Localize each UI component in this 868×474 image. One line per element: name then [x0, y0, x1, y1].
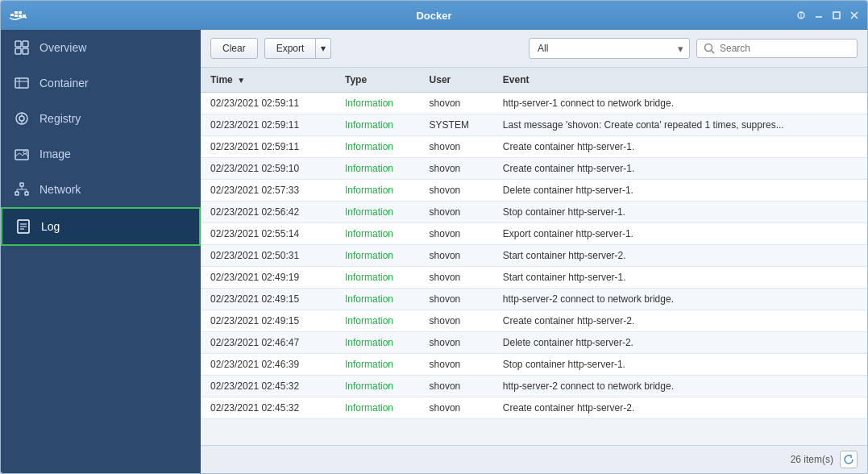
close-button[interactable] [848, 9, 861, 22]
registry-icon [14, 110, 30, 127]
table-row[interactable]: 02/23/2021 02:59:11InformationshovonCrea… [201, 136, 867, 158]
cell-type: Information [335, 289, 420, 310]
table-row[interactable]: 02/23/2021 02:55:14InformationshovonExpo… [201, 223, 867, 245]
svg-rect-26 [15, 192, 19, 195]
table-row[interactable]: 02/23/2021 02:59:11InformationSYSTEMLast… [201, 114, 867, 136]
svg-rect-14 [15, 48, 21, 54]
export-button[interactable]: Export [264, 38, 317, 59]
table-row[interactable]: 02/23/2021 02:46:47InformationshovonDele… [201, 332, 867, 354]
log-table-container[interactable]: Time ▼ Type User Event 02/23/2021 02:59:… [201, 68, 867, 445]
cell-user: shovon [420, 93, 493, 114]
cell-time: 02/23/2021 02:59:11 [201, 136, 335, 158]
sidebar-item-container[interactable]: Container [1, 65, 201, 101]
cell-user: shovon [420, 354, 493, 376]
table-row[interactable]: 02/23/2021 02:59:11Informationshovonhttp… [201, 93, 867, 114]
cell-type: Information [335, 158, 420, 180]
sidebar-item-network[interactable]: Network [1, 172, 201, 207]
cell-type: Information [335, 202, 420, 223]
right-panel: Clear Export ▾ All Information Warning E… [201, 30, 867, 473]
cell-user: shovon [420, 267, 493, 289]
search-wrapper [696, 39, 858, 58]
cell-user: shovon [420, 223, 493, 245]
cell-type: Information [335, 354, 420, 376]
cell-event: Delete container http-server-2. [493, 332, 867, 354]
docker-window: Docker [0, 0, 868, 474]
sidebar-item-overview[interactable]: Overview [1, 30, 201, 65]
window-title: Docker [416, 10, 451, 22]
table-row[interactable]: 02/23/2021 02:45:32Informationshovonhttp… [201, 376, 867, 397]
table-row[interactable]: 02/23/2021 02:49:19InformationshovonStar… [201, 267, 867, 289]
refresh-button[interactable] [840, 451, 858, 468]
cell-type: Information [335, 376, 420, 397]
cell-time: 02/23/2021 02:59:11 [201, 93, 335, 114]
table-row[interactable]: 02/23/2021 02:50:31InformationshovonStar… [201, 245, 867, 267]
cell-time: 02/23/2021 02:49:19 [201, 267, 335, 289]
table-row[interactable]: 02/23/2021 02:59:10InformationshovonCrea… [201, 158, 867, 180]
search-input[interactable] [720, 43, 850, 54]
export-group: Export ▾ [264, 38, 332, 59]
cell-type: Information [335, 136, 420, 158]
table-row[interactable]: 02/23/2021 02:49:15Informationshovonhttp… [201, 289, 867, 310]
main-content: Overview Container Registry [1, 30, 867, 473]
cell-time: 02/23/2021 02:56:42 [201, 202, 335, 223]
cell-event: Last message 'shovon: Create conta' repe… [493, 114, 867, 136]
overview-icon [14, 40, 30, 56]
cell-type: Information [335, 223, 420, 245]
cell-time: 02/23/2021 02:50:31 [201, 245, 335, 267]
svg-point-37 [705, 44, 712, 52]
cell-type: Information [335, 332, 420, 354]
col-time[interactable]: Time ▼ [201, 68, 335, 93]
cell-type: Information [335, 310, 420, 332]
cell-time: 02/23/2021 02:46:39 [201, 354, 335, 376]
col-user: User [420, 68, 493, 93]
cell-type: Information [335, 397, 420, 419]
sort-arrow-icon: ▼ [237, 76, 245, 85]
pin-button[interactable] [795, 9, 808, 22]
sidebar-item-registry[interactable]: Registry [1, 101, 201, 136]
maximize-button[interactable] [830, 9, 843, 22]
svg-rect-3 [19, 11, 22, 14]
cell-time: 02/23/2021 02:49:15 [201, 310, 335, 332]
table-row[interactable]: 02/23/2021 02:49:15InformationshovonCrea… [201, 310, 867, 332]
svg-rect-0 [10, 14, 14, 16]
sidebar-item-image[interactable]: Image [1, 136, 201, 172]
svg-rect-13 [23, 41, 28, 47]
sidebar-item-log[interactable]: Log [1, 207, 201, 246]
cell-event: Create container http-server-1. [493, 136, 867, 158]
cell-user: shovon [420, 180, 493, 202]
cell-event: Start container http-server-1. [493, 267, 867, 289]
col-event: Event [493, 68, 867, 93]
cell-type: Information [335, 93, 420, 114]
cell-user: shovon [420, 332, 493, 354]
cell-type: Information [335, 180, 420, 202]
svg-rect-27 [25, 192, 28, 195]
table-row[interactable]: 02/23/2021 02:57:33InformationshovonDele… [201, 180, 867, 202]
cell-event: Create container http-server-2. [493, 310, 867, 332]
cell-user: shovon [420, 289, 493, 310]
status-bar: 26 item(s) [201, 445, 867, 473]
svg-rect-15 [23, 48, 28, 54]
cell-time: 02/23/2021 02:46:47 [201, 332, 335, 354]
cell-user: shovon [420, 376, 493, 397]
cell-time: 02/23/2021 02:49:15 [201, 289, 335, 310]
cell-event: Create container http-server-2. [493, 397, 867, 419]
col-type: Type [335, 68, 420, 93]
cell-event: http-server-1 connect to network bridge. [493, 93, 867, 114]
svg-rect-1 [15, 11, 18, 14]
container-icon [14, 75, 30, 91]
svg-rect-2 [15, 15, 18, 17]
cell-event: Delete container http-server-1. [493, 180, 867, 202]
svg-rect-16 [15, 78, 28, 88]
table-row[interactable]: 02/23/2021 02:46:39InformationshovonStop… [201, 354, 867, 376]
table-header-row: Time ▼ Type User Event [201, 68, 867, 93]
cell-user: shovon [420, 136, 493, 158]
filter-select[interactable]: All Information Warning Error [529, 38, 690, 59]
table-row[interactable]: 02/23/2021 02:45:32InformationshovonCrea… [201, 397, 867, 419]
minimize-button[interactable] [812, 9, 825, 22]
log-icon [15, 218, 31, 235]
sidebar-network-label: Network [39, 183, 81, 196]
table-row[interactable]: 02/23/2021 02:56:42InformationshovonStop… [201, 202, 867, 223]
export-dropdown-button[interactable]: ▾ [316, 38, 331, 59]
docker-logo-icon [9, 6, 28, 25]
clear-button[interactable]: Clear [210, 38, 258, 59]
